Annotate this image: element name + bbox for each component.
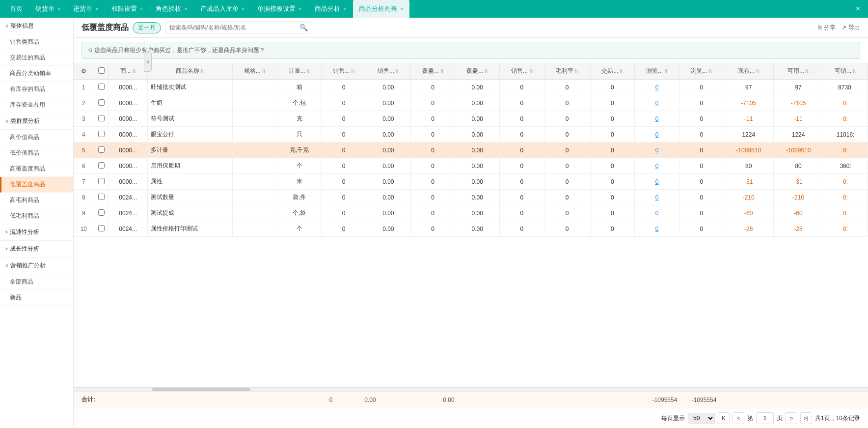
- col-sales2[interactable]: 销售...⇅: [366, 63, 411, 80]
- row-browse1[interactable]: 0: [635, 221, 679, 237]
- col-trade[interactable]: 交易...⇅: [590, 63, 635, 80]
- row-browse1[interactable]: 0: [635, 111, 679, 127]
- search-box[interactable]: 🔍: [165, 22, 312, 33]
- row-checkbox[interactable]: [98, 194, 105, 200]
- row-checkbox-cell[interactable]: [94, 95, 108, 111]
- col-saleable[interactable]: 可销...⇅: [823, 63, 868, 80]
- nav-purchase[interactable]: 进货单 ×: [67, 0, 104, 18]
- sidebar-item-capital-usage[interactable]: 库存资金占用: [0, 97, 73, 113]
- sidebar-item-stock-goods[interactable]: 有库存的商品: [0, 82, 73, 97]
- sidebar-item-traded-goods[interactable]: 交易过的商品: [0, 50, 73, 66]
- row-checkbox[interactable]: [98, 225, 105, 231]
- first-page-btn[interactable]: K: [718, 412, 730, 424]
- next-page-btn[interactable]: >: [786, 412, 797, 424]
- close-all-tabs[interactable]: ×: [852, 4, 864, 13]
- row-checkbox-cell[interactable]: [94, 111, 108, 127]
- sidebar-section-marketing[interactable]: ∨ 营销推广分析: [0, 257, 73, 274]
- col-cover2[interactable]: 覆盖...⇅: [455, 63, 500, 80]
- row-checkbox[interactable]: [98, 178, 105, 184]
- nav-roles[interactable]: 角色授权 ×: [150, 0, 193, 18]
- sidebar-section-cluster[interactable]: ∨ 类群度分析: [0, 113, 73, 130]
- nav-close-roles[interactable]: ×: [184, 6, 187, 12]
- sidebar-item-low-coverage[interactable]: 低覆盖度商品: [0, 177, 73, 193]
- nav-templates[interactable]: 单据模板设置 ×: [251, 0, 307, 18]
- page-size-select[interactable]: 50 100 200: [688, 413, 715, 424]
- sidebar-item-high-coverage[interactable]: 高覆盖度商品: [0, 161, 73, 177]
- col-available[interactable]: 可用...⇅: [773, 63, 823, 80]
- sidebar-section-growth[interactable]: > 成长性分析: [0, 241, 73, 257]
- sidebar-item-all-goods[interactable]: 全部商品: [0, 274, 73, 290]
- row-browse1[interactable]: 0: [635, 205, 679, 221]
- nav-close-templates[interactable]: ×: [298, 6, 301, 12]
- row-browse1[interactable]: 0: [635, 80, 679, 95]
- row-checkbox[interactable]: [98, 84, 105, 90]
- row-browse1[interactable]: 0: [635, 174, 679, 190]
- row-checkbox[interactable]: [98, 99, 105, 106]
- filter-recent-month[interactable]: 近一月: [133, 22, 161, 33]
- sidebar-item-sales-goods[interactable]: 销售类商品: [0, 34, 73, 50]
- row-checkbox[interactable]: [98, 115, 105, 121]
- col-sales1[interactable]: 销售...⇅: [322, 63, 366, 80]
- row-checkbox[interactable]: [98, 131, 105, 137]
- nav-permissions[interactable]: 权限设置 ×: [106, 0, 149, 18]
- nav-close-sales[interactable]: ×: [57, 6, 60, 12]
- nav-analysis[interactable]: 商品分析 ×: [309, 0, 352, 18]
- row-browse1[interactable]: 0: [635, 127, 679, 143]
- row-checkbox-cell[interactable]: [94, 205, 108, 221]
- nav-close-analysis[interactable]: ×: [343, 6, 346, 12]
- sidebar-collapse-button[interactable]: «: [144, 52, 152, 72]
- row-browse1[interactable]: 0: [635, 143, 679, 158]
- nav-analysis-list[interactable]: 商品分析列表 ×: [353, 0, 409, 18]
- col-browse1[interactable]: 浏览...⇅: [635, 63, 679, 80]
- row-checkbox-cell[interactable]: [94, 221, 108, 237]
- nav-products[interactable]: 产成品入库单 ×: [194, 0, 250, 18]
- current-page-input[interactable]: [756, 412, 774, 424]
- sidebar-item-high-margin[interactable]: 高毛利商品: [0, 193, 73, 208]
- sidebar-item-low-value[interactable]: 低价值商品: [0, 145, 73, 161]
- col-cover1[interactable]: 覆盖...⇅: [410, 63, 455, 80]
- nav-close-analysis-list[interactable]: ×: [400, 6, 403, 12]
- row-checkbox-cell[interactable]: [94, 143, 108, 158]
- horizontal-scrollbar[interactable]: [74, 387, 868, 391]
- sidebar-item-high-value[interactable]: 高价值商品: [0, 130, 73, 145]
- select-all-checkbox[interactable]: [98, 67, 105, 74]
- row-browse1[interactable]: 0: [635, 190, 679, 205]
- nav-sales[interactable]: 销货单 ×: [29, 0, 66, 18]
- row-checkbox-cell[interactable]: [94, 158, 108, 174]
- export-button[interactable]: ↗ 导出: [841, 24, 860, 32]
- nav-close-products[interactable]: ×: [242, 6, 244, 12]
- sidebar-item-new-goods[interactable]: 新品: [0, 290, 73, 306]
- sidebar-section-overview[interactable]: ∨ 整体信息: [0, 18, 73, 34]
- search-input[interactable]: [169, 24, 299, 31]
- row-checkbox[interactable]: [98, 209, 105, 216]
- col-sales3[interactable]: 销售...⇅: [500, 63, 544, 80]
- row-checkbox[interactable]: [98, 162, 105, 169]
- col-browse2[interactable]: 浏览...⇅: [679, 63, 724, 80]
- col-name[interactable]: 商品名称⇅: [147, 63, 232, 80]
- col-current[interactable]: 现有...⇅: [724, 63, 773, 80]
- nav-close-purchase[interactable]: ×: [95, 6, 98, 12]
- data-table-container[interactable]: ⚙ 商...⇅ 商品名称⇅ 规格...⇅ 计量...⇅ 销售...⇅ 销售...…: [74, 63, 868, 387]
- row-browse1[interactable]: 0: [635, 95, 679, 111]
- row-checkbox-cell[interactable]: [94, 174, 108, 190]
- last-page-btn[interactable]: >|: [800, 412, 812, 424]
- col-margin[interactable]: 毛利率⇅: [544, 63, 590, 80]
- col-spec[interactable]: 规格...⇅: [233, 63, 277, 80]
- sidebar-item-category-rate[interactable]: 商品分类动销率: [0, 66, 73, 82]
- row-cover2: 0.00: [455, 95, 500, 111]
- row-checkbox-cell[interactable]: [94, 80, 108, 95]
- col-code[interactable]: 商...⇅: [108, 63, 147, 80]
- share-button[interactable]: ⎘ 分享: [818, 24, 836, 32]
- col-settings[interactable]: ⚙: [74, 63, 94, 80]
- row-checkbox[interactable]: [98, 146, 105, 153]
- row-browse1[interactable]: 0: [635, 158, 679, 174]
- prev-page-btn[interactable]: <: [732, 412, 744, 424]
- nav-close-permissions[interactable]: ×: [140, 6, 143, 12]
- col-checkbox[interactable]: [94, 63, 108, 80]
- row-checkbox-cell[interactable]: [94, 127, 108, 143]
- row-checkbox-cell[interactable]: [94, 190, 108, 205]
- sidebar-item-low-margin[interactable]: 低毛利商品: [0, 208, 73, 224]
- nav-home[interactable]: 首页: [4, 0, 28, 18]
- col-unit[interactable]: 计量...⇅: [277, 63, 322, 80]
- sidebar-section-liquidity[interactable]: > 流通性分析: [0, 224, 73, 241]
